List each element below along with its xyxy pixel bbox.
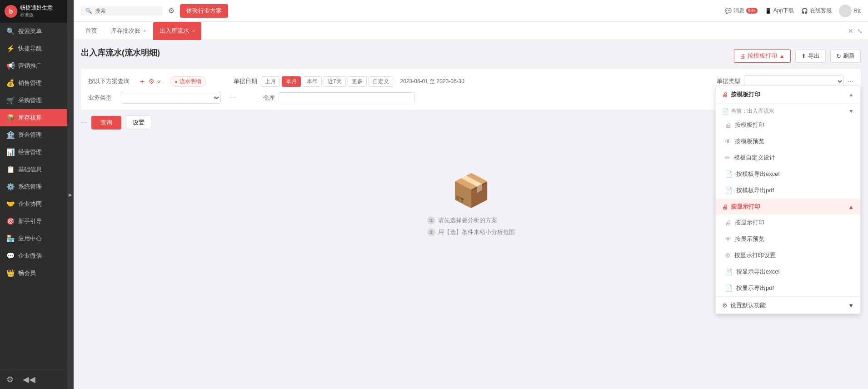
tab-inventory-flow-close[interactable]: × — [192, 28, 195, 34]
export-button[interactable]: ⬆ 导出 — [795, 49, 826, 63]
empty-step-1: ① 请先选择要分析的方案 — [427, 216, 515, 224]
display-print-label: 按显示打印 — [735, 219, 764, 227]
appstore-icon: 🏪 — [6, 234, 15, 243]
date-btn-custom[interactable]: 自定义 — [369, 76, 393, 87]
message-icon: 💬 — [725, 8, 732, 14]
topbar-search-wrap: 🔍 — [81, 6, 163, 16]
tab-batch-account-close[interactable]: × — [143, 28, 146, 34]
dropdown-display-section[interactable]: 🖨 按显示打印 ▲ — [716, 199, 860, 214]
display-excel-icon: 📄 — [725, 268, 733, 275]
filter-tag[interactable]: ● 流水明细 — [170, 76, 206, 87]
filter-section-label: 按以下方案查询 — [88, 77, 130, 85]
sidebar-item-operation[interactable]: 📊 经营管理 — [0, 144, 67, 161]
dropdown-item-template-print[interactable]: 🖨 按模板打印 — [716, 117, 860, 133]
user-avatar-item[interactable]: Rit — [839, 5, 861, 17]
sidebar-item-purchase[interactable]: 🛒 采购管理 — [0, 92, 67, 109]
export-icon: ⬆ — [801, 53, 806, 60]
dropdown-item-display-print[interactable]: 🖨 按显示打印 — [716, 214, 860, 231]
dropdown-current-label: 当前：出入库流水 — [731, 107, 774, 115]
tab-home[interactable]: 首页 — [79, 22, 104, 40]
template-preview-label: 按模板预览 — [735, 137, 764, 145]
page-title: 出入库流水(流水明细) — [81, 47, 160, 58]
date-btn-more[interactable]: 更多 — [348, 76, 367, 87]
user-avatar — [839, 5, 852, 17]
app-download-item[interactable]: 📱 App下载 — [765, 7, 794, 15]
date-btn-7days[interactable]: 近7天 — [324, 76, 346, 87]
tab-inventory-flow[interactable]: 出入库流水 × — [153, 22, 201, 40]
receipt-more-icon[interactable]: ··· — [848, 77, 853, 85]
dropdown-item-template-excel[interactable]: 📄 按模板导出excel — [716, 166, 860, 182]
dropdown-item-display-pdf[interactable]: 📄 按显示导出pdf — [716, 280, 860, 296]
template-pdf-icon: 📄 — [725, 187, 733, 194]
sidebar-item-inventory[interactable]: 📦 库存核算 — [0, 109, 67, 126]
tabs-close-all-icon[interactable]: ✕ — [848, 27, 853, 35]
search-nav-icon: 🔍 — [6, 27, 15, 35]
dropdown-footer[interactable]: ⚙ 设置默认功能 ▼ — [716, 297, 860, 314]
display-pdf-icon: 📄 — [725, 284, 733, 292]
template-pdf-label: 按模板导出pdf — [736, 186, 774, 194]
print-chevron-up: ▲ — [779, 53, 785, 60]
dropdown-item-template-pdf[interactable]: 📄 按模板导出pdf — [716, 182, 860, 199]
print-template-button[interactable]: 🖨 按模板打印 ▲ — [734, 49, 791, 63]
sidebar-item-enterprise[interactable]: 🤝 企业协同 — [0, 195, 67, 213]
sidebar-item-finance[interactable]: 🏦 资金管理 — [0, 126, 67, 144]
sidebar-item-wecom[interactable]: 💬 企业微信 — [0, 247, 67, 264]
tabs-minimize-icon[interactable]: ⤡ — [857, 27, 863, 35]
filter-add-icon[interactable]: ＋ — [139, 77, 146, 86]
topbar: 🔍 ⚙ 体验行业方案 💬 消息 99+ 📱 App下载 🎧 在线客服 Rit — [74, 0, 868, 22]
sidebar-item-basic[interactable]: 📋 基础信息 — [0, 161, 67, 178]
step-2-num: ② — [427, 228, 435, 236]
trial-button[interactable]: 体验行业方案 — [180, 4, 228, 18]
empty-illustration: 📦 — [451, 172, 491, 209]
topbar-search-input[interactable] — [95, 8, 150, 14]
sidebar-item-vip[interactable]: 👑 畅会员 — [0, 264, 67, 282]
sidebar-item-appstore[interactable]: 🏪 应用中心 — [0, 230, 67, 247]
tab-batch-account[interactable]: 库存批次账 × — [105, 22, 152, 40]
dropdown-item-template-preview[interactable]: 👁 按模板预览 — [716, 133, 860, 150]
sidebar-item-guide[interactable]: 🎯 新手引导 — [0, 213, 67, 230]
dropdown-item-display-excel[interactable]: 📄 按显示导出excel — [716, 264, 860, 280]
sidebar-item-search[interactable]: 🔍 搜索菜单 — [0, 23, 67, 40]
dropdown-item-display-preview[interactable]: 👁 按显示预览 — [716, 231, 860, 247]
warehouse-input[interactable] — [279, 92, 415, 103]
online-service-item[interactable]: 🎧 在线客服 — [801, 7, 832, 15]
date-btn-last-month[interactable]: 上月 — [261, 76, 280, 87]
footer-chevron: ▼ — [848, 302, 854, 309]
sidebar-item-marketing[interactable]: 📢 营销推广 — [0, 57, 67, 75]
tabs-right-actions: ✕ ⤡ — [848, 27, 863, 35]
dropdown-header-label: 按模板打印 — [731, 90, 760, 99]
dropdown-chevron-up[interactable]: ▲ — [848, 91, 854, 98]
type-select[interactable] — [121, 92, 221, 104]
query-button[interactable]: 查询 — [91, 116, 121, 130]
sidebar-collapse-icon[interactable]: ◀◀ — [23, 374, 35, 384]
more-options-icon[interactable]: ··· — [81, 119, 87, 127]
sidebar-item-sales[interactable]: 💰 销售管理 — [0, 75, 67, 92]
topbar-search-icon: 🔍 — [85, 8, 92, 14]
setting-button[interactable]: 设置 — [126, 115, 151, 130]
sidebar-item-shortcuts[interactable]: ⚡ 快捷导航 — [0, 40, 67, 57]
sidebar-settings-icon[interactable]: ⚙ — [6, 374, 14, 384]
date-btn-this-month[interactable]: 本月 — [282, 76, 301, 87]
topbar-settings-icon[interactable]: ⚙ — [168, 6, 175, 15]
sidebar-purchase-label: 采购管理 — [18, 96, 42, 105]
dropdown-item-display-settings[interactable]: ⚙ 按显示打印设置 — [716, 247, 860, 264]
type-label: 业务类型 — [88, 94, 112, 102]
message-item[interactable]: 💬 消息 99+ — [725, 7, 758, 15]
date-filter-group: 单据日期 上月 本月 本年 近7天 更多 自定义 2023-06-01 至 20… — [234, 76, 464, 87]
sidebar-item-system[interactable]: ⚙️ 系统管理 — [0, 178, 67, 195]
main-area: 🔍 ⚙ 体验行业方案 💬 消息 99+ 📱 App下载 🎧 在线客服 Rit — [74, 0, 868, 389]
display-section-label: 按显示打印 — [731, 203, 760, 211]
app-name: 畅捷通好生意 — [20, 5, 53, 12]
print-icon: 🖨 — [740, 53, 746, 60]
sidebar-scroll-btn[interactable]: ▶ — [67, 0, 74, 389]
app-sub: 标准版 — [20, 12, 53, 18]
type-more-icon[interactable]: ··· — [230, 94, 236, 102]
filter-collapse-left-icon[interactable]: « — [157, 78, 161, 85]
filter-settings-icon[interactable]: ⚙ — [149, 78, 155, 85]
dropdown-item-template-design[interactable]: ✏ 模板自定义设计 — [716, 150, 860, 166]
date-buttons: 上月 本月 本年 近7天 更多 自定义 — [261, 76, 393, 87]
dropdown-current-chevron[interactable]: ▼ — [848, 108, 854, 115]
date-btn-this-year[interactable]: 本年 — [303, 76, 322, 87]
enterprise-icon: 🤝 — [6, 200, 15, 208]
refresh-button[interactable]: ↻ 刷新 — [830, 49, 861, 63]
